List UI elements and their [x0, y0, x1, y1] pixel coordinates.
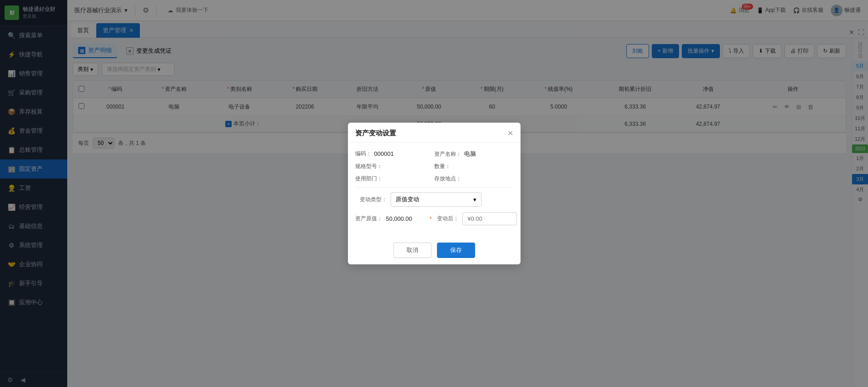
- dialog-location-label: 存放地点：: [434, 175, 461, 183]
- dialog-asset-name-label: 资产名称：: [434, 150, 461, 158]
- dialog-quantity-label: 数量：: [434, 163, 451, 170]
- dialog-dept-label: 使用部门：: [355, 175, 382, 183]
- cancel-button[interactable]: 取消: [393, 243, 432, 258]
- dialog-name-field: 资产名称： 电脑: [434, 150, 513, 158]
- dialog-info-row1: 编码： 000001 资产名称： 电脑: [355, 150, 513, 158]
- dialog-body: 编码： 000001 资产名称： 电脑 规格型号：: [348, 143, 521, 238]
- dialog-quantity-field: 数量：: [434, 163, 513, 170]
- dialog-header: 资产变动设置 ✕: [348, 123, 521, 143]
- change-type-label: 变动类型：: [355, 196, 387, 203]
- dialog-footer: 取消 保存: [348, 238, 521, 264]
- dialog-overlay: 资产变动设置 ✕ 编码： 000001 资产名称： 电脑: [0, 0, 868, 387]
- after-change-label: 变动后：: [437, 215, 459, 223]
- asset-change-dialog: 资产变动设置 ✕ 编码： 000001 资产名称： 电脑: [348, 123, 521, 264]
- dialog-asset-name-value: 电脑: [464, 150, 476, 158]
- asset-value-row: 资产原值： 50,000.00 * 变动后：: [355, 212, 513, 225]
- change-type-dropdown-icon: ▾: [473, 196, 476, 203]
- change-type-value: 原值变动: [396, 195, 419, 203]
- change-type-row: 变动类型： 原值变动 ▾: [355, 192, 513, 207]
- dialog-info-row3: 使用部门： 存放地点：: [355, 175, 513, 183]
- save-button[interactable]: 保存: [437, 243, 475, 258]
- dialog-close-btn[interactable]: ✕: [507, 129, 513, 138]
- required-mark: *: [430, 216, 432, 222]
- asset-value-display: 50,000.00: [386, 215, 422, 222]
- asset-value-label: 资产原值：: [355, 215, 382, 223]
- dialog-code-field: 编码： 000001: [355, 150, 434, 158]
- dialog-code-value: 000001: [374, 150, 394, 157]
- dialog-info-row2: 规格型号： 数量：: [355, 163, 513, 170]
- dialog-title: 资产变动设置: [355, 129, 396, 138]
- change-type-select[interactable]: 原值变动 ▾: [391, 192, 481, 207]
- dialog-location-field: 存放地点：: [434, 175, 513, 183]
- dialog-code-label: 编码：: [355, 150, 372, 158]
- dialog-dept-field: 使用部门：: [355, 175, 434, 183]
- after-change-input[interactable]: [462, 212, 517, 225]
- dialog-spec-label: 规格型号：: [355, 163, 382, 170]
- dialog-spec-field: 规格型号：: [355, 163, 434, 170]
- dialog-divider: [355, 187, 513, 188]
